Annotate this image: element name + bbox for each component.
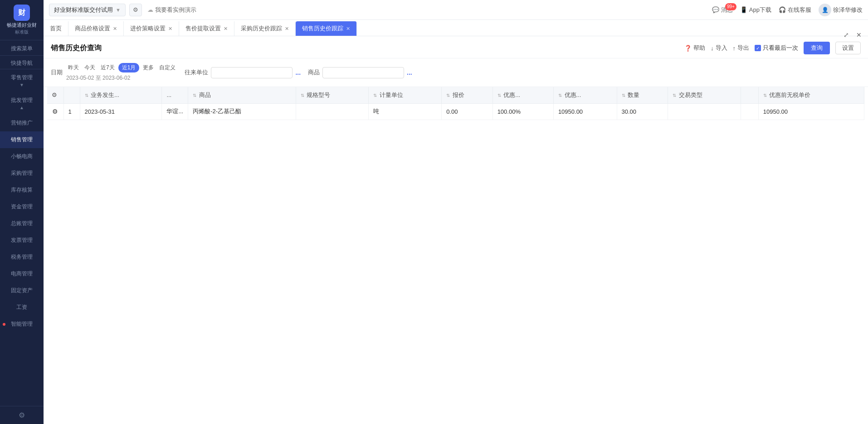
online-service-button[interactable]: 🎧 在线客服	[779, 6, 811, 14]
quick-nav-label: 快捷导航	[11, 60, 33, 66]
sidebar-item-ecommerce[interactable]: 电商管理	[0, 265, 44, 282]
topbar-settings-button[interactable]: ⚙	[129, 4, 142, 16]
sidebar-search[interactable]: 搜索菜单	[0, 40, 44, 56]
settings-button[interactable]: 设置	[835, 42, 861, 54]
source-dots-button[interactable]: ...	[295, 69, 301, 76]
query-button[interactable]: 查询	[804, 42, 830, 54]
col-product[interactable]: ⇅ 商品	[188, 87, 296, 103]
col-spec[interactable]: ⇅ 规格型号	[296, 87, 369, 103]
sidebar-item-finance[interactable]: 资金管理	[0, 198, 44, 215]
export-label: 导出	[737, 44, 749, 52]
date-option-more[interactable]: 更多	[141, 63, 156, 72]
settings-icon[interactable]: ⚙	[19, 411, 25, 419]
sidebar: 财 畅捷通好业财 标准版 搜索菜单 快捷导航 零售管理 ▼ 批发管理 ▲ 营销推…	[0, 0, 44, 424]
source-input[interactable]	[211, 67, 293, 78]
app-download-button[interactable]: 📱 App下载	[740, 6, 771, 14]
sidebar-bottom[interactable]: ⚙	[0, 406, 44, 424]
row-settings[interactable]: ⚙	[47, 103, 63, 120]
content-area: 销售历史价查询 ❓ 帮助 ↓ 导入 ↑ 导出 ✓ 只看最后一次 查	[44, 36, 868, 424]
sidebar-item-smart[interactable]: 智能管理	[0, 316, 44, 332]
product-input[interactable]	[322, 67, 404, 78]
export-button[interactable]: ↑ 导出	[733, 44, 750, 52]
tab-price-extract[interactable]: 售价提取设置 ✕	[179, 21, 234, 36]
sidebar-item-ecommerce-small[interactable]: 小畅电商	[0, 148, 44, 165]
col-trans-type[interactable]: ⇅ 交易类型	[668, 87, 741, 103]
sidebar-item-sales[interactable]: 销售管理	[0, 131, 44, 148]
sidebar-item-wholesale[interactable]: 批发管理 ▲	[0, 92, 44, 115]
tab-sales-history[interactable]: 销售历史价跟踪 ✕	[296, 21, 357, 36]
date-options: 昨天 今天 近7天 近1月 更多 自定义	[66, 63, 177, 72]
col-discount-rate[interactable]: ⇅ 优惠...	[493, 87, 553, 103]
tab-label: 商品价格设置	[75, 24, 110, 33]
sidebar-item-label: 批发管理	[11, 96, 33, 104]
page-header: 销售历史价查询 ❓ 帮助 ↓ 导入 ↑ 导出 ✓ 只看最后一次 查	[44, 36, 868, 58]
demo-link[interactable]: ☁ 我要看实例演示	[147, 6, 196, 14]
date-range-display: 2023-05-02 至 2023-06-02	[66, 74, 177, 82]
col-extra[interactable]: ...	[162, 87, 188, 103]
col-date[interactable]: ⇅ 业务发生...	[80, 87, 162, 103]
product-dots-button[interactable]: ...	[407, 69, 412, 76]
col-settings[interactable]: ⚙	[47, 87, 63, 103]
sidebar-item-retail[interactable]: 零售管理 ▼	[0, 69, 44, 92]
col-quantity[interactable]: ⇅ 数量	[617, 87, 668, 103]
date-option-last7days[interactable]: 近7天	[99, 63, 117, 72]
tab-label: 进价策略设置	[130, 24, 166, 33]
sidebar-item-invoice[interactable]: 发票管理	[0, 232, 44, 249]
chevron-down-icon: ▼	[20, 82, 24, 87]
close-panel-button[interactable]: ✕	[853, 29, 865, 41]
message-icon: 💬	[712, 6, 719, 13]
date-option-today[interactable]: 今天	[83, 63, 97, 72]
tab-purchase-strategy[interactable]: 进价策略设置 ✕	[124, 21, 179, 36]
col-pretax-price-label: 优惠前无税单价	[769, 92, 810, 98]
tab-home[interactable]: 首页	[44, 21, 68, 36]
only-last-checkbox[interactable]: ✓ 只看最后一次	[755, 44, 798, 52]
col-unit[interactable]: ⇅ 计量单位	[369, 87, 442, 103]
col-unit-label: 计量单位	[380, 92, 403, 98]
col-pretax-price[interactable]: ⇅ 优惠前无税单价	[758, 87, 864, 103]
sidebar-item-tax[interactable]: 税务管理	[0, 249, 44, 265]
close-icon[interactable]: ✕	[224, 26, 228, 32]
maximize-panel-button[interactable]: ⤢	[840, 29, 853, 41]
message-button[interactable]: 💬 消息 99+	[712, 6, 733, 14]
topbar-right: 💬 消息 99+ 📱 App下载 🎧 在线客服 👤 徐泽华修改	[712, 4, 863, 16]
logo-icon: 财	[14, 5, 30, 21]
headset-icon: 🎧	[779, 6, 786, 13]
close-icon[interactable]: ✕	[113, 26, 117, 32]
tab-label: 销售历史价跟踪	[302, 24, 343, 33]
user-menu[interactable]: 👤 徐泽华修改	[819, 4, 863, 16]
export-icon: ↑	[733, 45, 736, 52]
sidebar-item-assets[interactable]: 固定资产	[0, 282, 44, 299]
close-icon[interactable]: ✕	[168, 26, 172, 32]
date-option-yesterday[interactable]: 昨天	[66, 63, 81, 72]
row-pretax-price: 10950.00	[758, 103, 864, 120]
close-icon[interactable]: ✕	[285, 26, 289, 32]
sidebar-item-inventory[interactable]: 库存核算	[0, 182, 44, 198]
col-price[interactable]: ⇅ 报价	[442, 87, 493, 103]
row-spacer	[741, 103, 758, 120]
sort-icon: ⇅	[673, 93, 676, 98]
topbar: 好业财标准版交付试用 ▼ ⚙ ☁ 我要看实例演示 💬 消息 99+ 📱 App下…	[44, 0, 868, 20]
column-settings-icon[interactable]: ⚙	[52, 92, 57, 98]
sidebar-quick-nav[interactable]: 快捷导航	[0, 56, 44, 69]
sidebar-item-payroll[interactable]: 工资	[0, 299, 44, 316]
chevron-up-icon: ▲	[20, 105, 24, 110]
sort-icon: ⇅	[558, 93, 562, 98]
sidebar-item-purchase[interactable]: 采购管理	[0, 165, 44, 182]
col-discount-amt[interactable]: ⇅ 优惠...	[553, 87, 617, 103]
import-button[interactable]: ↓ 导入	[711, 44, 727, 52]
checkbox-icon: ✓	[755, 45, 761, 51]
sort-icon: ⇅	[373, 93, 377, 98]
import-icon: ↓	[711, 45, 714, 52]
source-label: 往来单位	[185, 68, 208, 77]
tab-purchase-history[interactable]: 采购历史价跟踪 ✕	[234, 21, 296, 36]
sidebar-item-marketing[interactable]: 营销推广	[0, 115, 44, 131]
sidebar-item-label: 税务管理	[11, 253, 33, 261]
help-button[interactable]: ❓ 帮助	[684, 44, 705, 52]
page-title: 销售历史价查询	[51, 43, 102, 53]
sidebar-item-general-ledger[interactable]: 总账管理	[0, 215, 44, 232]
date-option-last1month[interactable]: 近1月	[118, 63, 140, 72]
module-select[interactable]: 好业财标准版交付试用 ▼	[49, 4, 126, 16]
tab-product-price[interactable]: 商品价格设置 ✕	[68, 21, 124, 36]
close-icon[interactable]: ✕	[346, 26, 350, 32]
date-option-custom[interactable]: 自定义	[157, 63, 177, 72]
